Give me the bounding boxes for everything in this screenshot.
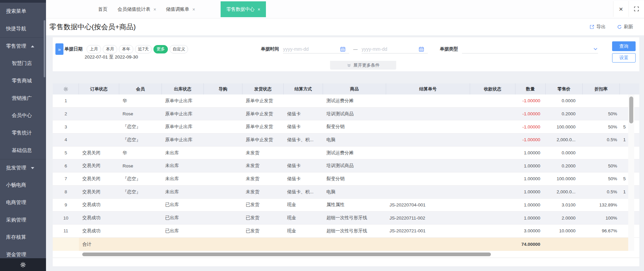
sidebar-item-零售商城[interactable]: 零售商城 (0, 72, 46, 90)
column-header-数量: 数量 (515, 83, 546, 94)
data-grid: 订单状态会员出库状态导购发货状态结算方式商品结算单号收款状态数量零售价折扣率 1… (53, 83, 639, 266)
close-page-button[interactable]: × (613, 1, 629, 17)
table-row[interactable]: 5交易关闭华未出库未发货测试运费分摊1.000000.0000 (53, 147, 639, 160)
sidebar-item-库存核算[interactable]: 库存核算 (0, 229, 46, 246)
sidebar-item-搜索菜单[interactable]: 搜索菜单 (0, 3, 46, 20)
table-cell (284, 147, 323, 159)
table-cell (204, 159, 242, 172)
table-cell: 96.67% (583, 225, 620, 237)
sidebar-item-小畅电商[interactable]: 小畅电商 (0, 177, 46, 194)
doc-time-start-input[interactable] (283, 46, 340, 52)
table-row[interactable]: 4『恋空』原单中止出库原单中止发货储值卡、积...电脑-1.000002,000… (53, 133, 639, 147)
sidebar-item-电商管理[interactable]: 电商管理 (0, 194, 46, 211)
preset-pill-本月[interactable]: 本月 (103, 45, 117, 53)
expand-more-conditions[interactable]: 展开更多条件 (330, 61, 396, 70)
sidebar-item-零售统计[interactable]: 零售统计 (0, 124, 46, 142)
sidebar-item-快捷导航[interactable]: 快捷导航 (0, 20, 46, 38)
table-cell: 原单中止发货 (242, 108, 284, 120)
preset-pill-上月[interactable]: 上月 (87, 45, 101, 53)
sidebar-item-label: 批发管理 (6, 165, 26, 171)
sidebar-item-智慧门店[interactable]: 智慧门店 (0, 55, 46, 72)
table-row[interactable]: 10交易成功已出库已发货现金超细一次性弓形牙线JS-20220711-0021.… (53, 211, 639, 225)
table-cell: 原单中止发货 (242, 94, 284, 107)
table-cell (470, 211, 515, 224)
settings-gear-icon[interactable] (20, 262, 26, 268)
collapse-filter-button[interactable]: » (55, 43, 63, 55)
tab-close-icon[interactable]: × (192, 7, 195, 12)
preset-pill-本年[interactable]: 本年 (119, 45, 133, 53)
table-cell (386, 159, 470, 172)
table-cell (204, 120, 242, 133)
sidebar-item-批发管理[interactable]: 批发管理 (0, 159, 46, 177)
sidebar-item-零售管理[interactable]: 零售管理 (0, 37, 46, 55)
tab-close-icon[interactable]: × (153, 7, 156, 12)
more-presets-pill[interactable]: 更多 (153, 45, 168, 53)
tab-储值调账单[interactable]: 储值调账单× (160, 1, 201, 17)
sidebar-item-会员中心[interactable]: 会员中心 (0, 107, 46, 124)
vertical-scrollbar[interactable] (629, 96, 633, 123)
table-footer-divider (53, 258, 639, 258)
tab-零售数据中心[interactable]: 零售数据中心× (221, 1, 266, 17)
table-cell (386, 120, 470, 133)
table-cell (620, 199, 628, 211)
tab-close-icon[interactable]: × (258, 7, 260, 12)
table-cell: 7 (53, 172, 79, 185)
horizontal-scrollbar[interactable] (82, 253, 491, 256)
table-row[interactable]: 8交易关闭『恋空』未出库未发货储值卡、积...电脑1.000002,000.0.… (53, 186, 639, 199)
arrow-up-icon (31, 45, 34, 47)
table-cell (620, 147, 628, 159)
table-cell (470, 172, 515, 185)
table-cell: 1.00000 (515, 159, 546, 172)
table-cell (119, 211, 162, 224)
table-cell: 2,000.0... (546, 133, 583, 146)
table-cell: 测试运费分摊 (323, 147, 386, 159)
column-header-折扣率: 折扣率 (583, 83, 620, 94)
table-row[interactable]: 3『恋空』原单中止出库原单中止发货储值卡裂变分销-1.00000100.0000… (53, 120, 639, 133)
table-cell (470, 108, 515, 120)
table-cell: 5 (620, 172, 628, 185)
table-cell: 0.0000 (546, 94, 583, 107)
table-row[interactable]: 11交易成功已出库已发货现金超细一次性弓形牙线JS-20220721-0013.… (53, 225, 639, 238)
refresh-button[interactable]: 刷新 (617, 24, 633, 30)
doc-time-end-input[interactable] (362, 46, 419, 52)
sidebar-item-label: 零售统计 (12, 130, 32, 136)
table-cell: 3.0100 (546, 199, 583, 211)
sidebar-item-采购管理[interactable]: 采购管理 (0, 211, 46, 229)
table-cell: 交易成功 (79, 211, 119, 224)
table-cell: 6 (53, 159, 79, 172)
settings-button[interactable]: 设置 (612, 53, 636, 63)
expand-more-label: 展开更多条件 (354, 62, 380, 68)
table-row[interactable]: 9交易成功已出库已发货现金属性属性JS-20220704-0011.000003… (53, 199, 639, 212)
table-cell: 未出库 (162, 147, 204, 159)
tab-首页[interactable]: 首页 (92, 1, 113, 17)
table-row[interactable]: 2Rose原单中止出库原单中止发货储值卡培训测试商品-1.000000.2000… (53, 108, 639, 121)
page-toolbar: 导出 刷新 (590, 18, 633, 35)
fullscreen-button[interactable] (629, 1, 644, 17)
doc-time-start-field (283, 45, 349, 53)
summary-tail-cell (546, 238, 628, 251)
table-row[interactable]: 6交易关闭Rose未出库未发货储值卡培训测试商品1.000000.200050% (53, 159, 639, 172)
sidebar-item-营销推广[interactable]: 营销推广 (0, 89, 46, 107)
table-cell (204, 211, 242, 224)
doc-type-filter: 单据类型 (440, 45, 598, 53)
calendar-icon[interactable] (419, 46, 424, 52)
table-row[interactable]: 7交易关闭『恋空』未出库未发货储值卡裂变分销1.00000100.000050%… (53, 172, 639, 186)
doc-type-select[interactable] (462, 45, 598, 53)
summary-spacer-cell (53, 238, 79, 251)
table-cell (620, 159, 628, 172)
table-cell: 未出库 (162, 172, 204, 185)
sidebar-scrollbar[interactable] (44, 20, 45, 77)
table-cell: 0.5% (583, 186, 620, 198)
search-button[interactable]: 查询 (612, 41, 636, 51)
calendar-icon[interactable] (340, 46, 346, 52)
gear-icon[interactable] (63, 87, 68, 91)
table-row[interactable]: 1华原单中止出库原单中止发货测试运费分摊-1.000000.0000 (53, 94, 639, 108)
custom-range-pill[interactable]: 自定义 (170, 45, 188, 53)
export-button[interactable]: 导出 (590, 24, 606, 30)
table-cell (79, 120, 119, 133)
tab-会员储值统计表[interactable]: 会员储值统计表× (112, 1, 162, 17)
preset-pill-近7天[interactable]: 近7天 (135, 45, 152, 53)
table-cell: 交易成功 (79, 225, 119, 237)
sidebar-item-基础信息[interactable]: 基础信息 (0, 142, 46, 159)
table-cell: 未发货 (242, 172, 284, 185)
